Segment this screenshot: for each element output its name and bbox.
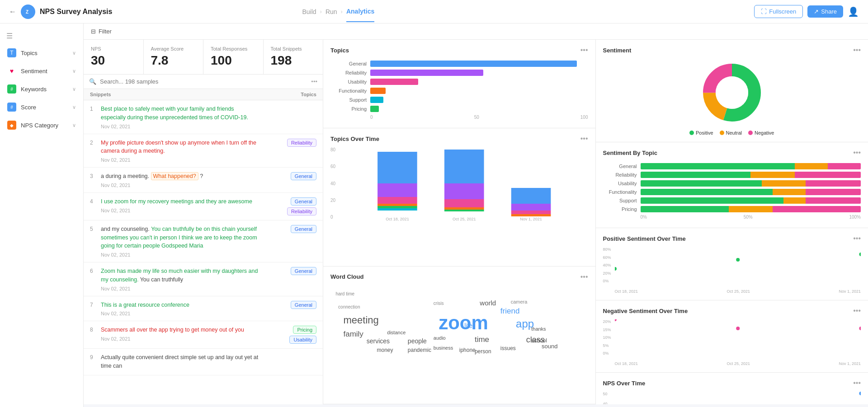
word-iphone[interactable]: iphone — [459, 347, 476, 353]
nps-over-time-card: NPS Over Time ••• 50 40 30 20 10 0 — [596, 373, 868, 404]
topic-reliability-row: Reliability — [330, 70, 588, 76]
snippets-panel: NPS 30 Average Score 7.8 Total Responses… — [84, 40, 323, 404]
sbt-more-button[interactable]: ••• — [853, 149, 861, 157]
back-button[interactable]: ← — [9, 8, 16, 16]
stat-responses-value: 100 — [211, 53, 256, 68]
word-pandemic[interactable]: pandemic — [408, 347, 431, 353]
snippets-list: 1 Best place to safely meet with your fa… — [84, 100, 323, 404]
topic-support-bar — [370, 97, 383, 103]
tag-general: General — [291, 172, 316, 180]
sidebar-item-sentiment[interactable]: ♥ Sentiment ∨ — [0, 62, 83, 80]
user-icon[interactable]: 👤 — [848, 6, 859, 17]
positive-sentiment-card: Positive Sentiment Over Time ••• 80% 60%… — [596, 228, 868, 300]
share-button[interactable]: ↗ Share — [807, 5, 843, 18]
word-cloud-more[interactable]: ••• — [580, 273, 588, 281]
keywords-icon: # — [7, 84, 16, 94]
svg-rect-6 — [377, 206, 417, 208]
donut-svg — [698, 59, 766, 126]
sidebar-label-topics: Topics — [21, 50, 38, 56]
topic-pricing-bar — [370, 106, 379, 112]
word-school[interactable]: school — [531, 337, 547, 344]
svg-rect-15 — [511, 211, 551, 214]
sentiment-more-button[interactable]: ••• — [853, 46, 861, 54]
svg-rect-10 — [444, 199, 484, 207]
sidebar-item-nps-category[interactable]: ◆ NPS Category ∨ — [0, 116, 83, 134]
negative-sentiment-title: Negative Sentiment Over Time — [603, 308, 688, 314]
main-layout: ☰ T Topics ∨ ♥ Sentiment ∨ # Keywords ∨ — [0, 23, 868, 407]
nav-build[interactable]: Build — [302, 8, 316, 15]
sentiment-by-topic-card: Sentiment By Topic ••• General — [596, 142, 868, 228]
word-issues[interactable]: issues — [500, 345, 516, 351]
topic-support-row: Support — [330, 97, 588, 103]
word-distance[interactable]: distance — [387, 330, 406, 335]
word-time[interactable]: time — [475, 335, 489, 344]
topic-functionality-row: Functionality — [330, 88, 588, 94]
nps-icon: ◆ — [7, 121, 16, 130]
more-icon[interactable]: ••• — [311, 78, 317, 85]
positive-more-button[interactable]: ••• — [853, 234, 861, 243]
word-services[interactable]: services — [367, 337, 390, 345]
topic-general-bar — [370, 61, 577, 67]
list-item: 5 and my counseling. You can truthfully … — [84, 220, 323, 262]
word-crisis[interactable]: crisis — [434, 301, 444, 306]
word-business[interactable]: business — [434, 345, 453, 351]
sentiment-chart-title: Sentiment — [603, 47, 632, 54]
search-input[interactable] — [100, 78, 307, 85]
stat-snippets-value: 198 — [271, 53, 316, 68]
sentiment-chart-card: Sentiment ••• — [596, 40, 868, 142]
topic-reliability-bar — [370, 70, 483, 76]
positive-sentiment-title: Positive Sentiment Over Time — [603, 235, 686, 242]
nps-more-button[interactable]: ••• — [853, 379, 861, 387]
filter-button[interactable]: ⊟ Filter — [91, 28, 112, 35]
stacked-bar-chart: General Reliability — [603, 161, 861, 221]
word-life[interactable]: life — [464, 322, 472, 329]
word-person[interactable]: person — [475, 348, 491, 355]
tag-general: General — [291, 301, 316, 309]
svg-text:Z: Z — [26, 9, 28, 14]
tag-reliability: Reliability — [287, 139, 316, 147]
word-friend[interactable]: friend — [500, 307, 520, 316]
word-zoom[interactable]: zoom — [439, 312, 488, 334]
sidebar-item-score[interactable]: # Score ∨ — [0, 98, 83, 116]
word-audio[interactable]: audio — [434, 335, 446, 341]
word-sound[interactable]: sound — [542, 343, 557, 350]
topics-over-time-more[interactable]: ••• — [580, 135, 588, 143]
sentiment-donut: Positive Neutral Negative — [603, 59, 861, 136]
word-hardtime[interactable]: hard time — [335, 291, 354, 296]
stacked-reliability: Reliability — [603, 172, 861, 178]
header-left: ← Z NPS Survey Analysis — [9, 5, 112, 19]
search-icon: 🔍 — [89, 78, 96, 85]
stat-total-responses: Total Responses 100 — [203, 40, 264, 74]
word-money[interactable]: money — [377, 347, 393, 353]
nav-run[interactable]: Run — [326, 8, 337, 15]
word-camera[interactable]: camera — [511, 299, 528, 304]
sidebar-item-keywords[interactable]: # Keywords ∨ — [0, 80, 83, 98]
word-world[interactable]: world — [480, 299, 496, 307]
sidebar-collapse-button[interactable]: ☰ — [0, 28, 83, 44]
topics-chart-card: Topics ••• General Reliability — [323, 40, 595, 128]
fullscreen-button[interactable]: ⛶ Fullscreen — [754, 5, 803, 18]
stacked-support: Support — [603, 197, 861, 204]
positive-sentiment-svg — [615, 247, 861, 288]
topics-more-button[interactable]: ••• — [580, 46, 588, 54]
neutral-dot — [720, 131, 724, 135]
word-thanks[interactable]: thanks — [531, 326, 546, 332]
topics-chart-title: Topics — [330, 47, 349, 54]
word-connection[interactable]: connection — [338, 304, 360, 309]
header: ← Z NPS Survey Analysis Build › Run › An… — [0, 0, 868, 23]
stat-total-snippets: Total Snippets 198 — [264, 40, 323, 74]
svg-text:Oct 18, 2021: Oct 18, 2021 — [386, 217, 409, 221]
word-family[interactable]: family — [343, 330, 363, 339]
nav-analytics[interactable]: Analytics — [346, 8, 374, 22]
sidebar-item-topics[interactable]: T Topics ∨ — [0, 44, 83, 62]
negative-more-button[interactable]: ••• — [853, 307, 861, 315]
positive-dot — [689, 131, 694, 135]
negative-sentiment-svg — [615, 319, 861, 360]
nps-over-time-svg — [613, 392, 861, 404]
word-people[interactable]: people — [408, 337, 427, 345]
stat-snippets-label: Total Snippets — [271, 46, 316, 51]
list-item: 1 Best place to safely meet with your fa… — [84, 100, 323, 134]
svg-rect-13 — [511, 188, 551, 204]
word-meeting[interactable]: meeting — [343, 314, 378, 326]
topics-over-time-chart: 80 60 40 20 0 — [330, 147, 588, 233]
